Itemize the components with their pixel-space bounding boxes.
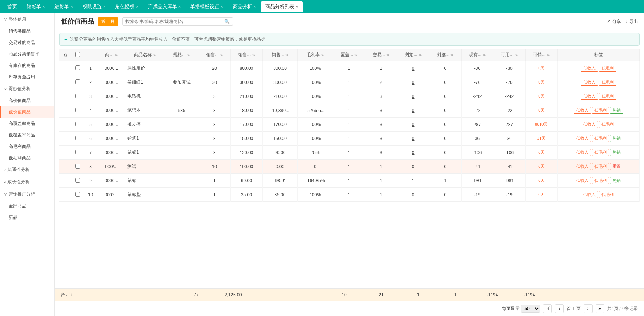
sidebar-group-contribution[interactable]: ∨ 贡献值分析: [0, 83, 54, 95]
row-checkbox[interactable]: [75, 150, 80, 154]
nav-tab-template[interactable]: 单据模板设置 ×: [186, 1, 227, 12]
cell-checkbox[interactable]: [72, 89, 83, 103]
row-checkbox[interactable]: [75, 164, 80, 169]
per-page-select[interactable]: 50 20 100: [521, 305, 540, 313]
nav-tab-sales[interactable]: 销货单 ×: [22, 1, 49, 12]
cell-checkbox[interactable]: [72, 118, 83, 132]
view1-link[interactable]: 0: [412, 80, 415, 85]
col-code[interactable]: 商... ⇅: [98, 49, 125, 61]
cell-checkbox[interactable]: [72, 75, 83, 89]
sidebar-group-marketing[interactable]: ∨ 营销推广分析: [0, 188, 54, 200]
col-qty[interactable]: 销售... ⇅: [198, 49, 231, 61]
cell-checkbox[interactable]: [72, 103, 83, 118]
nav-tab-role[interactable]: 角色授权 ×: [111, 1, 142, 12]
col-cost[interactable]: 销售... ⇅: [262, 49, 298, 61]
row-checkbox[interactable]: [75, 65, 80, 70]
nav-tab-purchase[interactable]: 进货单 ×: [50, 1, 77, 12]
cell-checkbox[interactable]: [72, 174, 83, 188]
col-trade[interactable]: 交易... ⇅: [365, 49, 397, 61]
view1-link[interactable]: 0: [412, 192, 415, 197]
row-checkbox[interactable]: [75, 108, 80, 112]
row-checkbox[interactable]: [75, 136, 80, 140]
select-all-checkbox[interactable]: [75, 52, 80, 57]
cell-view1[interactable]: 0: [397, 75, 429, 89]
col-sellable[interactable]: 可销... ⇅: [525, 49, 557, 61]
sidebar-item-traded[interactable]: 交易过的商品: [0, 37, 54, 48]
cell-checkbox[interactable]: [72, 188, 83, 202]
next-page-button[interactable]: ›: [584, 304, 593, 313]
nav-tab-analysis-list[interactable]: 商品分析列表 ×: [261, 1, 302, 12]
col-stock[interactable]: 现有... ⇅: [461, 49, 493, 61]
nav-tab-analysis[interactable]: 商品分析 ×: [228, 1, 260, 12]
first-page-button[interactable]: 《: [543, 304, 552, 313]
cell-checkbox[interactable]: [72, 160, 83, 174]
row-checkbox[interactable]: [75, 192, 80, 197]
col-checkbox[interactable]: [72, 49, 83, 61]
col-amount[interactable]: 销售... ⇅: [231, 49, 263, 61]
view1-link[interactable]: 0: [412, 108, 415, 113]
col-margin[interactable]: 毛利率 ⇅: [298, 49, 333, 61]
view1-link[interactable]: 0: [412, 136, 415, 141]
sidebar-item-all-goods[interactable]: 全部商品: [0, 200, 54, 212]
view1-link[interactable]: 0: [412, 66, 415, 71]
view1-link[interactable]: 0: [412, 164, 415, 169]
sidebar-item-new-goods[interactable]: 新品: [0, 212, 54, 223]
sidebar-group-liquidity[interactable]: > 流通性分析: [0, 164, 54, 176]
cell-view1[interactable]: 0: [397, 146, 429, 160]
col-coverage[interactable]: 覆盖... ⇅: [333, 49, 365, 61]
close-icon[interactable]: ×: [43, 4, 45, 9]
close-icon[interactable]: ×: [254, 4, 256, 9]
prev-page-button[interactable]: ‹: [555, 304, 564, 313]
cell-view1[interactable]: 0: [397, 188, 429, 202]
sidebar-item-sales-goods[interactable]: 销售类商品: [0, 26, 54, 37]
view1-link[interactable]: 1: [412, 178, 415, 183]
last-page-button[interactable]: »: [596, 304, 604, 313]
close-icon[interactable]: ×: [136, 4, 138, 9]
col-spec[interactable]: 规格... ⇅: [165, 49, 198, 61]
view1-link[interactable]: 0: [412, 150, 415, 155]
sidebar-item-high-margin[interactable]: 高毛利商品: [0, 141, 54, 152]
cell-view1[interactable]: 0: [397, 118, 429, 132]
row-checkbox[interactable]: [75, 122, 80, 126]
search-icon[interactable]: 🔍: [224, 19, 230, 24]
view1-link[interactable]: 0: [412, 94, 415, 99]
sidebar-item-stock-fund[interactable]: 库存资金占用: [0, 71, 54, 83]
cell-view1[interactable]: 0: [397, 89, 429, 103]
nav-tab-warehouse[interactable]: 产成品入库单 ×: [144, 1, 185, 12]
col-view2[interactable]: 浏览... ⇅: [429, 49, 461, 61]
row-checkbox[interactable]: [75, 79, 80, 84]
sidebar-group-growth[interactable]: > 成长性分析: [0, 176, 54, 188]
nav-tab-permission[interactable]: 权限设置 ×: [78, 1, 110, 12]
sidebar-item-high-coverage[interactable]: 高覆盖率商品: [0, 118, 54, 129]
close-icon[interactable]: ×: [103, 4, 105, 9]
cell-checkbox[interactable]: [72, 61, 83, 75]
col-view1[interactable]: 浏览... ⇅: [397, 49, 429, 61]
row-checkbox[interactable]: [75, 94, 80, 98]
cell-view1[interactable]: 1: [397, 174, 429, 188]
cell-view1[interactable]: 0: [397, 103, 429, 118]
col-settings[interactable]: ⚙: [59, 49, 72, 61]
view1-link[interactable]: 0: [412, 122, 415, 127]
cell-checkbox[interactable]: [72, 146, 83, 160]
export-button[interactable]: ↓ 导出: [625, 18, 638, 25]
sidebar-group-overall[interactable]: ∨ 整体信息: [0, 13, 54, 26]
col-name[interactable]: 商品名称 ⇅: [125, 49, 165, 61]
sidebar-item-low-value[interactable]: 低价值商品: [0, 106, 54, 118]
cell-view1[interactable]: 0: [397, 132, 429, 146]
sidebar-item-stock-goods[interactable]: 有库存的商品: [0, 60, 54, 71]
date-filter-button[interactable]: 近一月: [98, 17, 118, 26]
close-icon[interactable]: ×: [221, 4, 223, 9]
sidebar-item-high-value[interactable]: 高价值商品: [0, 95, 54, 106]
sidebar-item-low-coverage[interactable]: 低覆盖率商品: [0, 129, 54, 141]
cell-view1[interactable]: 0: [397, 160, 429, 174]
sidebar-item-low-margin[interactable]: 低毛利商品: [0, 152, 54, 164]
row-checkbox[interactable]: [75, 178, 80, 183]
sidebar-item-category-rate[interactable]: 商品分类销售率: [0, 48, 54, 60]
col-available[interactable]: 可用... ⇅: [493, 49, 526, 61]
cell-checkbox[interactable]: [72, 132, 83, 146]
close-icon[interactable]: ×: [70, 4, 73, 9]
close-icon[interactable]: ×: [296, 4, 298, 9]
search-input[interactable]: [125, 19, 222, 24]
share-button[interactable]: ↗ 分享: [607, 18, 621, 25]
close-icon[interactable]: ×: [178, 4, 181, 9]
